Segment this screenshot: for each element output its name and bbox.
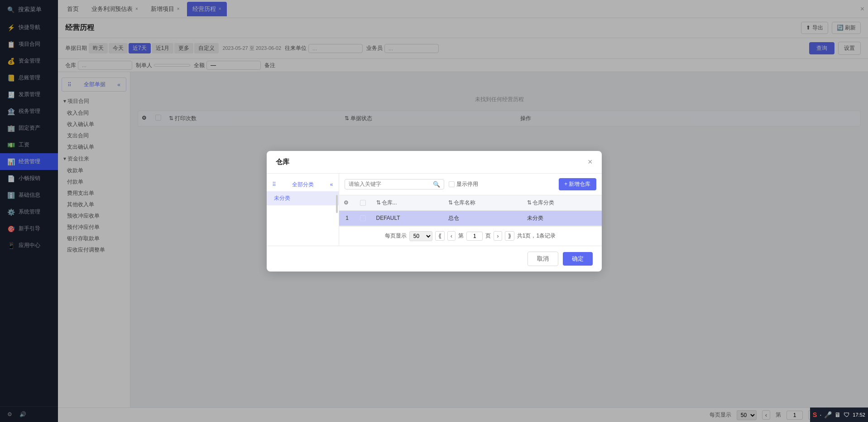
th-warehouse-name[interactable]: ⇅ 仓库名称 [444,195,523,211]
table-header: ⚙ ⇅ 仓库... [339,195,602,211]
gear-icon[interactable]: ⚙ [344,199,349,206]
grid-icon: ⠿ [272,181,276,188]
select-all-checkbox[interactable] [360,200,366,206]
modal-body: ⠿ 全部分类 « 未分类 [267,174,602,246]
warehouse-modal: 仓库 × ⠿ 全部分类 « 未分类 [267,151,602,272]
search-input[interactable] [349,181,433,187]
td-row-id: 1 [339,210,355,226]
tray-s-icon: S [813,411,817,418]
prev-page-button[interactable]: ‹ [447,231,456,241]
collapse-panel-icon[interactable]: « [330,181,333,188]
cancel-button[interactable]: 取消 [528,252,558,266]
show-disabled-label: 显示停用 [456,180,478,188]
tray-dot-icon: · [820,411,821,418]
modal-toolbar: 🔍 显示停用 + 新增仓库 [339,174,602,195]
tray-screen-icon: 🖥 [834,411,841,418]
tray-mic-icon: 🎤 [824,411,832,418]
next-page-button[interactable]: › [494,231,502,241]
search-icon: 🔍 [433,181,440,188]
last-page-button[interactable]: ⟫ [505,231,514,241]
all-categories-label: 全部分类 [292,181,314,189]
sort-icon-3: ⇅ [527,199,532,206]
modal-title: 仓库 [276,158,289,166]
warehouse-table: ⚙ ⇅ 仓库... [339,195,602,226]
table-row[interactable]: 1 DEFAULT 总仓 未分类 [339,210,602,226]
td-warehouse-code: DEFAULT [372,210,444,226]
th-warehouse-code[interactable]: ⇅ 仓库... [372,195,444,211]
tray-shield-icon: 🛡 [844,411,850,418]
show-disabled-checkbox[interactable] [449,181,455,187]
th-gear-modal: ⚙ [339,195,355,211]
modal-table-panel: 🔍 显示停用 + 新增仓库 ⚙ [339,174,602,246]
td-warehouse-category: 未分类 [523,210,601,226]
td-warehouse-name: 总仓 [444,210,523,226]
td-checkbox[interactable] [355,210,372,226]
modal-pagination: 每页显示 50 10 20 100 ⟪ ‹ 第 页 › ⟫ 共1页，1条记录 [339,226,602,246]
system-tray: S · 🎤 🖥 🛡 17:52 [810,407,868,422]
add-warehouse-button[interactable]: + 新增仓库 [559,178,596,190]
modal-categories-panel: ⠿ 全部分类 « 未分类 [267,174,339,246]
sort-icon: ⇅ [376,199,381,206]
row-checkbox-1[interactable] [360,215,366,221]
all-categories-header[interactable]: ⠿ 全部分类 « [267,178,339,191]
category-uncategorized[interactable]: 未分类 [267,191,339,205]
modal-header: 仓库 × [267,151,602,174]
th-select-all[interactable] [355,195,372,211]
page-label: 第 [458,232,464,240]
per-page-label: 每页显示 [385,232,407,240]
total-info: 共1页，1条记录 [517,232,556,240]
tray-time: 17:52 [853,412,865,417]
modal-overlay: 仓库 × ⠿ 全部分类 « 未分类 [0,0,868,422]
page-suffix: 页 [485,232,491,240]
per-page-select[interactable]: 50 10 20 100 [409,231,432,241]
search-box[interactable]: 🔍 [345,179,444,189]
categories-list: 未分类 [267,191,339,241]
sort-icon-2: ⇅ [448,199,453,206]
th-warehouse-category[interactable]: ⇅ 仓库分类 [523,195,601,211]
modal-footer: 取消 确定 [267,246,602,272]
show-disabled-toggle[interactable]: 显示停用 [449,180,478,188]
modal-close-icon[interactable]: × [588,157,593,167]
page-number-input[interactable] [466,232,483,241]
confirm-button[interactable]: 确定 [563,252,593,266]
first-page-button[interactable]: ⟪ [435,231,445,241]
